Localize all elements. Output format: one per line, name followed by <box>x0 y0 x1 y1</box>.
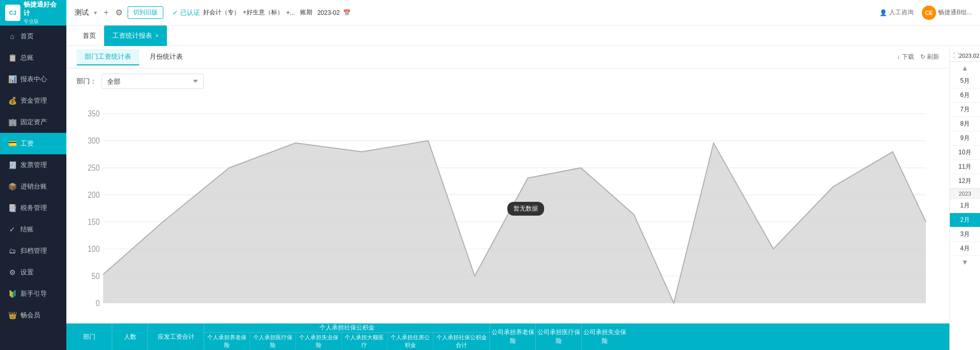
sidebar-item-settings[interactable]: ⚙设置 <box>0 262 66 283</box>
topbar-status: ✓ 已认证 好会计（专） +好生意（标） +... 账期 2023-02 📅 <box>173 8 351 17</box>
panel-month-12月[interactable]: 12月 <box>950 174 980 189</box>
app-logo: CJ 畅捷通好会计 专业版 <box>0 0 66 26</box>
col-dept: 部门 <box>66 323 112 350</box>
sidebar-label-home: 首页 <box>20 32 34 41</box>
checkout-icon: ✓ <box>8 225 16 234</box>
sidebar-nav: ⌂首页📋总账📊报表中心💰资金管理🏢固定资产💳工资🧾发票管理📦进销台账📑税务管理✓… <box>0 26 66 350</box>
col-group-personal: 个人承担社保公积金 个人承担养老保险 个人承担医疗保险 个人承担失业保险 个人承… <box>204 323 490 350</box>
svg-text:200: 200 <box>88 190 100 199</box>
panel-month-8月[interactable]: 8月 <box>950 117 980 131</box>
tabbar: 首页 工资统计报表 × <box>66 26 980 46</box>
user-avatar: CE <box>922 6 936 20</box>
table-footer-header: 部门 人数 应发工资合计 个人承担社保公积金 个人承担养老保险 个人承担医疗保险… <box>66 323 949 350</box>
panel-month-2023-3月[interactable]: 3月 <box>950 227 980 242</box>
salary-icon: 💳 <box>8 139 16 148</box>
sidebar-item-funds[interactable]: 💰资金管理 <box>0 90 66 111</box>
svg-text:50: 50 <box>92 271 100 281</box>
svg-text:300: 300 <box>88 136 100 146</box>
user-menu[interactable]: CE 畅捷通B组... <box>922 6 972 20</box>
period-value: 2023-02 <box>317 9 340 16</box>
panel-month-11月[interactable]: 11月 <box>950 160 980 174</box>
right-panel: ⛶ 2023.02 × ▲5月6月7月8月9月10月11月12月20231月2月… <box>949 46 980 350</box>
sidebar-item-sales[interactable]: 📦进销台账 <box>0 176 66 197</box>
sidebar-label-vip: 畅会员 <box>20 311 40 320</box>
sidebar-label-reports: 报表中心 <box>20 75 47 84</box>
accounting-type: 好会计（专） <box>203 8 240 17</box>
panel-nav-up[interactable]: ▲ <box>960 62 971 74</box>
sidebar-label-checkout: 结账 <box>20 225 34 234</box>
settings-icon: ⚙ <box>8 268 16 276</box>
col-personal-housing-fund: 个人承担住房公积金 <box>387 333 433 350</box>
panel-month-7月[interactable]: 7月 <box>950 103 980 117</box>
sidebar-item-guide[interactable]: 🔰新手引导 <box>0 283 66 305</box>
home-icon: ⌂ <box>8 32 16 40</box>
main-content: 测试 ▾ ＋ ⚙ 切到旧版 ✓ 已认证 好会计（专） +好生意（标） +... … <box>66 0 980 350</box>
sidebar-label-sales: 进销台账 <box>20 182 47 191</box>
tab-home[interactable]: 首页 <box>75 26 104 46</box>
sidebar-item-assets[interactable]: 🏢固定资产 <box>0 111 66 133</box>
subtab-monthly[interactable]: 月份统计表 <box>141 49 191 65</box>
tax-icon: 📑 <box>8 204 16 212</box>
download-button[interactable]: ↓ 下载 <box>897 53 914 61</box>
certified-badge: ✓ 已认证 <box>173 8 200 17</box>
sidebar-label-funds: 资金管理 <box>20 96 47 105</box>
sidebar-item-checkout[interactable]: ✓结账 <box>0 219 66 240</box>
chart-container: 350 300 250 200 150 100 50 0 暂无数据 <box>66 94 949 323</box>
panel-month-6月[interactable]: 6月 <box>950 88 980 103</box>
panel-month-10月[interactable]: 10月 <box>950 146 980 160</box>
topbar-settings-button[interactable]: ⚙ <box>115 8 122 17</box>
sidebar-label-archive: 归档管理 <box>20 246 47 255</box>
subtabs-right: ↓ 下载 ↻ 刷新 <box>897 53 939 61</box>
col-personal-medical: 个人承担医疗保险 <box>250 333 296 350</box>
sidebar-item-reports[interactable]: 📊报表中心 <box>0 68 66 90</box>
svg-text:0: 0 <box>96 298 100 308</box>
content-area: 部门工资统计表月份统计表 ↓ 下载 ↻ 刷新 部门： 全部 <box>66 46 980 350</box>
support-button[interactable]: 👤 人工咨询 <box>879 8 914 17</box>
refresh-button[interactable]: ↻ 刷新 <box>920 53 939 61</box>
panel-nav-down[interactable]: ▼ <box>960 256 971 268</box>
sidebar-item-ledger[interactable]: 📋总账 <box>0 47 66 68</box>
panel-month-2023-4月[interactable]: 4月 <box>950 242 980 256</box>
panel-date: 2023.02 <box>959 53 979 59</box>
panel-month-2023-2月[interactable]: 2月 <box>950 213 980 227</box>
tab-salary-report[interactable]: 工资统计报表 × <box>104 26 167 46</box>
app-name: 畅捷通好会计 <box>23 1 61 18</box>
support-icon: 👤 <box>879 9 887 16</box>
calendar-icon[interactable]: 📅 <box>343 9 351 16</box>
archive-icon: 🗂 <box>8 247 16 255</box>
ledger-icon: 📋 <box>8 54 16 62</box>
panel-month-5月[interactable]: 5月 <box>950 74 980 88</box>
panel-month-9月[interactable]: 9月 <box>950 131 980 146</box>
col-company-medical: 公司承担医疗保险 <box>536 323 582 350</box>
svg-text:350: 350 <box>88 109 100 119</box>
subtabs-left: 部门工资统计表月份统计表 <box>77 49 191 65</box>
app-edition: 专业版 <box>23 18 61 25</box>
topbar-add-button[interactable]: ＋ <box>102 7 110 18</box>
dept-filter-select[interactable]: 全部 <box>102 74 204 89</box>
col-personal-pension: 个人承担养老保险 <box>204 333 250 350</box>
sales-icon: 📦 <box>8 182 16 191</box>
sidebar-item-vip[interactable]: 👑畅会员 <box>0 305 66 326</box>
logo-icon: CJ <box>5 5 20 21</box>
topbar-title: 测试 <box>75 8 89 17</box>
switch-old-version-button[interactable]: 切到旧版 <box>128 6 163 19</box>
business-type: +好生意（标） <box>243 8 283 17</box>
tab-close-icon[interactable]: × <box>155 32 159 39</box>
expand-icon[interactable]: ⛶ <box>953 52 959 59</box>
sidebar-label-guide: 新手引导 <box>20 289 47 298</box>
assets-icon: 🏢 <box>8 118 16 126</box>
sidebar-item-salary[interactable]: 💳工资 <box>0 133 66 154</box>
sidebar-item-home[interactable]: ⌂首页 <box>0 26 66 47</box>
group-personal-header: 个人承担社保公积金 <box>204 323 489 333</box>
panel-month-2023-1月[interactable]: 1月 <box>950 199 980 213</box>
right-panel-nav: ▲5月6月7月8月9月10月11月12月20231月2月3月4月▼ <box>950 62 980 350</box>
col-total-salary: 应发工资合计 <box>148 323 204 350</box>
sidebar-label-tax: 税务管理 <box>20 203 47 213</box>
subtab-dept[interactable]: 部门工资统计表 <box>77 49 139 65</box>
sidebar: CJ 畅捷通好会计 专业版 ⌂首页📋总账📊报表中心💰资金管理🏢固定资产💳工资🧾发… <box>0 0 66 350</box>
group-personal-children: 个人承担养老保险 个人承担医疗保险 个人承担失业保险 个人承担大额医疗 个人承担… <box>204 333 489 350</box>
sidebar-item-invoice[interactable]: 🧾发票管理 <box>0 154 66 176</box>
topbar-dropdown-arrow[interactable]: ▾ <box>94 9 97 16</box>
sidebar-item-archive[interactable]: 🗂归档管理 <box>0 240 66 262</box>
sidebar-item-tax[interactable]: 📑税务管理 <box>0 197 66 219</box>
